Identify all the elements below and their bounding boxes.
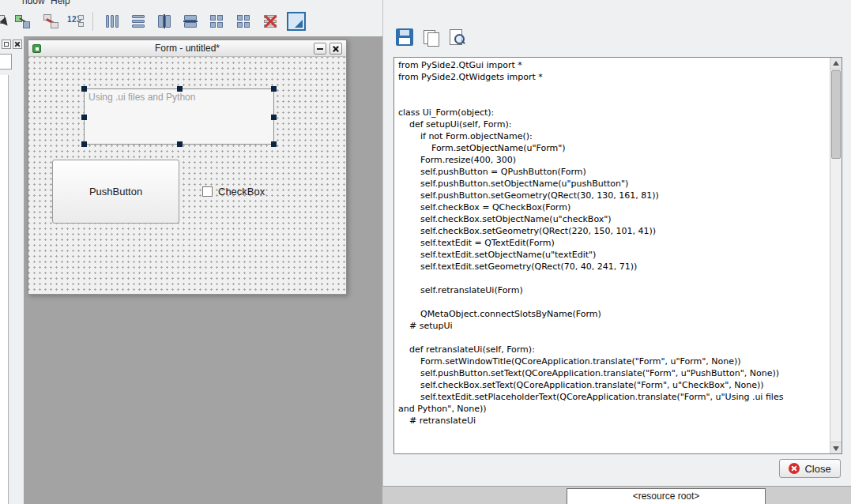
adjust-size-icon[interactable] [287,12,306,31]
resize-handle[interactable] [177,86,183,92]
minimize-icon [317,48,323,50]
checkbox-widget[interactable]: CheckBox [202,175,282,208]
toolbar-separator [92,12,93,31]
edit-widgets-icon[interactable] [0,12,12,31]
resource-root-item[interactable]: <resource root> [633,491,700,504]
resource-browser[interactable]: <resource root> [567,488,766,504]
checkbox-label: CheckBox [218,186,265,197]
code-editor[interactable]: from PySide2.QtGui import * from PySide2… [393,57,842,454]
find-preview-icon[interactable] [448,28,465,46]
pushbutton-widget[interactable]: PushButton [52,160,179,224]
textedit-widget[interactable]: Using .ui files and Python [84,88,274,145]
menu-window[interactable]: ndow [22,0,45,6]
scrollbar-thumb[interactable] [831,70,841,159]
vertical-scrollbar[interactable] [830,58,842,453]
main-toolbar: 123 [0,7,382,36]
layout-form-icon[interactable] [234,12,253,31]
layout-vertical-splitter-icon[interactable] [181,12,200,31]
resize-handle[interactable] [81,115,87,120]
code-text: from PySide2.QtGui import * from PySide2… [394,58,842,428]
close-circle-icon [789,463,800,474]
form-close-button[interactable] [329,43,342,55]
bottom-panel-area: <resource root> [382,487,851,504]
dock-close-button[interactable] [13,39,22,49]
menu-help[interactable]: Help [51,0,70,6]
resize-handle[interactable] [177,141,183,147]
close-button-label: Close [804,463,830,475]
qt-designer-window: ndow Help 123 Form - untitled* [0,0,851,504]
code-viewer-dialog: from PySide2.QtGui import * from PySide2… [382,0,851,487]
form-window-title: Form - untitled* [28,43,346,54]
layout-horizontal-splitter-icon[interactable] [155,12,174,31]
edit-signals-slots-icon[interactable] [13,12,32,31]
edit-tab-order-icon[interactable]: 123 [66,12,85,31]
break-layout-icon[interactable] [261,12,280,31]
dialog-close-button[interactable]: Close [779,459,841,478]
form-minimize-button[interactable] [314,43,326,55]
scroll-down-icon[interactable] [830,442,842,453]
menubar: ndow Help [0,0,379,7]
resize-handle[interactable] [271,115,277,120]
textedit-placeholder: Using .ui files and Python [88,92,195,103]
form-canvas[interactable]: Using .ui files and Python PushButton Ch… [28,57,346,294]
widgetbox-filter-input[interactable] [0,54,12,70]
form-window-titlebar[interactable]: Form - untitled* [28,40,346,57]
resize-handle[interactable] [81,86,87,92]
dock-float-button[interactable] [2,39,11,49]
scroll-up-icon[interactable] [830,58,842,70]
form-designer-window: Form - untitled* Using .ui files and Pyt… [28,39,347,295]
resize-handle[interactable] [271,86,277,92]
resize-handle[interactable] [271,141,277,147]
edit-buddies-icon[interactable] [41,12,60,31]
layout-vertical-icon[interactable] [129,12,148,31]
layout-grid-icon[interactable] [207,12,226,31]
save-icon[interactable] [396,28,413,46]
resize-handle[interactable] [81,141,87,147]
checkbox-indicator[interactable] [202,186,213,197]
pushbutton-label: PushButton [89,186,142,197]
widgetbox-list[interactable] [0,75,9,504]
layout-horizontal-icon[interactable] [103,12,122,31]
copy-icon[interactable] [422,28,439,46]
left-dock-panel [0,36,24,504]
